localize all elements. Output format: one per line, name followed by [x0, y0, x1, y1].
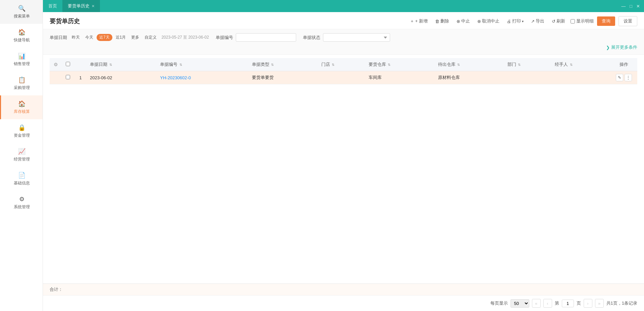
- display-detail-toggle[interactable]: 显示明细: [571, 18, 594, 24]
- page-size-select[interactable]: 10 20 50 100: [511, 299, 529, 308]
- sidebar-item-ops-mgmt[interactable]: 📈 经营管理: [0, 143, 43, 167]
- row-checkbox[interactable]: [66, 75, 70, 79]
- tab-home[interactable]: 首页: [43, 0, 62, 12]
- refresh-icon: ↺: [552, 19, 555, 24]
- sidebar-item-quick-nav[interactable]: 🏠 快捷导航: [0, 24, 43, 48]
- doc-number-input[interactable]: [236, 33, 296, 42]
- sidebar-item-search-menu[interactable]: 🔍 搜索菜单: [0, 0, 43, 24]
- tab-requisition-history[interactable]: 要货单历史 ✕: [62, 0, 100, 12]
- finance-icon: 🔒: [18, 124, 25, 131]
- sidebar-item-sales-mgmt[interactable]: 📊 销售管理: [0, 48, 43, 72]
- filter-group-doc-number: 单据编号: [216, 33, 296, 42]
- tab-bar-right: — □ ✕: [621, 4, 644, 9]
- col-doc-no[interactable]: 单据编号 ⇅: [157, 58, 249, 71]
- sidebar-item-inventory[interactable]: 🏠 库存核算: [0, 95, 43, 119]
- export-icon: ↗: [531, 19, 535, 24]
- sidebar-item-purchase-mgmt-label: 采购管理: [14, 85, 30, 91]
- col-pending-warehouse[interactable]: 待出仓库 ⇅: [435, 58, 505, 71]
- first-page-btn[interactable]: «: [532, 299, 541, 308]
- page-number-input[interactable]: [562, 300, 574, 307]
- date-btn-last7days[interactable]: 近7天: [97, 34, 112, 41]
- row-dept: [505, 71, 552, 84]
- row-ops: ✎ ⋮: [610, 71, 637, 84]
- prev-page-btn[interactable]: ‹: [543, 299, 552, 308]
- window-close-btn[interactable]: ✕: [636, 4, 640, 9]
- export-btn[interactable]: ↗ 导出: [529, 17, 546, 26]
- cancel-stop-btn[interactable]: ⊗ 取消中止: [475, 17, 501, 26]
- col-date[interactable]: 单据日期 ⇅: [87, 58, 157, 71]
- query-btn[interactable]: 查询: [597, 16, 615, 26]
- row-num-value: 1: [79, 75, 82, 80]
- print-btn[interactable]: 🖨 打印 ▾: [505, 17, 526, 26]
- table-row: 1 2023-06-02 YH-20230602-0 要货单要货: [50, 71, 637, 84]
- row-date: 2023-06-02: [87, 71, 157, 84]
- home-icon: 🏠: [18, 29, 25, 36]
- purchase-icon: 📋: [18, 76, 25, 84]
- refresh-label: 刷新: [556, 18, 565, 24]
- select-all-checkbox[interactable]: [66, 62, 70, 66]
- print-label: 打印: [512, 18, 521, 24]
- col-doc-type[interactable]: 单据类型 ⇅: [249, 58, 319, 71]
- date-btn-more[interactable]: 更多: [129, 34, 141, 41]
- row-num: 1: [74, 71, 87, 84]
- col-handler[interactable]: 经手人 ⇅: [552, 58, 610, 71]
- row-doc-no-link[interactable]: YH-20230602-0: [160, 75, 191, 80]
- status-label: 单据状态: [303, 35, 320, 41]
- filter-row-1: 单据日期 昨天 今天 近7天 近1月 更多 自定义 2023-05-27 至 2…: [50, 33, 637, 42]
- row-edit-btn[interactable]: ✎: [616, 74, 623, 81]
- tab-close-icon[interactable]: ✕: [92, 4, 95, 8]
- sidebar-item-finance-mgmt[interactable]: 🔒 资金管理: [0, 119, 43, 143]
- tab-home-label: 首页: [48, 3, 57, 9]
- sys-icon: ⚙: [19, 195, 24, 203]
- sidebar-item-basic-info[interactable]: 📄 基础信息: [0, 167, 43, 191]
- row-checkbox-cell: [62, 71, 74, 84]
- delete-btn[interactable]: 🗑 删除: [433, 17, 451, 26]
- next-page-btn[interactable]: ›: [584, 299, 592, 308]
- sidebar-item-ops-mgmt-label: 经营管理: [14, 157, 30, 162]
- sidebar-item-purchase-mgmt[interactable]: 📋 采购管理: [0, 72, 43, 95]
- sidebar-item-quick-nav-label: 快捷导航: [14, 37, 30, 43]
- col-dept[interactable]: 部门 ⇅: [505, 58, 552, 71]
- date-range-display: 2023-05-27 至 2023-06-02: [161, 35, 209, 40]
- toolbar: ＋ + 新增 🗑 删除 ⊗ 中止 ⊗ 取消中止 🖨 打印: [408, 16, 637, 26]
- col-dept-label: 部门: [507, 62, 516, 67]
- sidebar-item-inventory-label: 库存核算: [14, 109, 30, 115]
- row-doc-type: 要货单要货: [249, 71, 319, 84]
- expand-icon: ❯: [606, 45, 610, 50]
- col-doc-type-label: 单据类型: [252, 62, 269, 67]
- main-content: 首页 要货单历史 ✕ — □ ✕ 要货单历史 ＋ + 新增 🗑 删除: [43, 0, 644, 311]
- date-btn-yesterday[interactable]: 昨天: [70, 34, 82, 41]
- total-label: 合计：: [50, 286, 63, 293]
- date-btn-custom[interactable]: 自定义: [143, 34, 159, 41]
- display-detail-label: 显示明细: [576, 18, 594, 24]
- window-maximize-btn[interactable]: □: [630, 4, 632, 9]
- last-page-btn[interactable]: »: [595, 299, 604, 308]
- print-icon: 🖨: [507, 19, 511, 24]
- expand-label: 展开更多条件: [611, 44, 637, 50]
- col-ops-label: 操作: [620, 62, 628, 67]
- sort-doc-type-icon: ⇅: [271, 63, 274, 66]
- sidebar-item-search-menu-label: 搜索菜单: [14, 13, 30, 19]
- window-minimize-btn[interactable]: —: [621, 4, 626, 9]
- page-title: 要货单历史: [50, 17, 408, 25]
- expand-filter-btn[interactable]: ❯ 展开更多条件: [606, 44, 637, 50]
- sidebar-item-sys-mgmt[interactable]: ⚙ 系统管理: [0, 191, 43, 215]
- table-area: ⚙ 单据日期 ⇅ 单据编号 ⇅: [43, 55, 644, 283]
- col-num: [74, 58, 87, 71]
- table-gear-icon[interactable]: ⚙: [54, 62, 58, 67]
- col-ops: 操作: [610, 58, 637, 71]
- date-btn-today[interactable]: 今天: [83, 34, 95, 41]
- row-doc-no: YH-20230602-0: [157, 71, 249, 84]
- settings-btn[interactable]: 设置: [619, 16, 637, 26]
- sort-pending-warehouse-icon: ⇅: [457, 63, 460, 66]
- col-req-warehouse[interactable]: 要货仓库 ⇅: [366, 58, 435, 71]
- display-detail-checkbox[interactable]: [571, 19, 575, 24]
- new-btn[interactable]: ＋ + 新增: [408, 17, 430, 26]
- row-more-btn[interactable]: ⋮: [625, 74, 632, 81]
- refresh-btn[interactable]: ↺ 刷新: [550, 17, 567, 26]
- status-select[interactable]: [323, 33, 390, 42]
- date-btn-last1month[interactable]: 近1月: [114, 34, 128, 41]
- col-store[interactable]: 门店 ⇅: [319, 58, 366, 71]
- row-store: [319, 71, 366, 84]
- stop-btn[interactable]: ⊗ 中止: [454, 17, 472, 26]
